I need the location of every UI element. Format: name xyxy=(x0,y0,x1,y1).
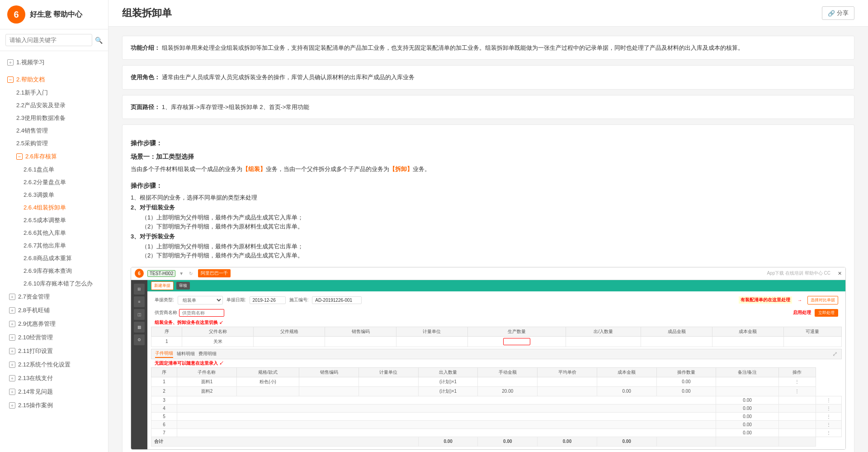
sidebar-item-ledger-fix[interactable]: 2.6.10库存账本错了怎么办 xyxy=(0,277,108,290)
mock-child-tab3: 费用明细 xyxy=(198,351,217,357)
td2-child-name: 面料1 xyxy=(177,377,237,386)
sidebar-item-other-in[interactable]: 2.6.6其他入库单 xyxy=(0,227,108,239)
sidebar-item-purchase[interactable]: 2.5采购管理 xyxy=(0,137,108,150)
table-footer: 合计 0.00 0.00 0.00 0.00 xyxy=(151,437,842,446)
th-sale-code: 销售编码 xyxy=(325,327,396,336)
sidebar-item-online-pay[interactable]: + 2.13在线支付 xyxy=(0,371,108,385)
sidebar-item-beginner[interactable]: 2.1新手入门 xyxy=(0,86,108,99)
share-button[interactable]: 🔗 分享 xyxy=(822,6,854,20)
td2-ops-qty: 0.00 xyxy=(716,412,779,420)
scene1-desc: 当由多个子件材料组装成一个成品的业务为【组装】业务，当由一个父件拆分成多个子产品… xyxy=(131,164,846,174)
mock-child-table-wrapper: 序 子件名称 规格/款式 销售编码 计量单位 出入数量 手动金额 xyxy=(151,367,842,447)
td2-remark xyxy=(778,412,816,420)
sidebar-item-inventory[interactable]: − 2.6库存核算 xyxy=(0,150,108,163)
sidebar-item-help-docs[interactable]: − 2.帮助文档 xyxy=(0,73,108,86)
table-row: 5 0.00 ⋮ xyxy=(151,412,842,420)
mock-new-btn[interactable]: 新建单据 xyxy=(151,281,174,290)
table-row: 1 面料1 粉色(小) (计划)×1 xyxy=(151,377,842,386)
screenshot-mockup: 6 TEST-H002 ▼ ↻ 阿里巴巴一千 App下载 在线培训 帮助中心 C… xyxy=(131,267,846,450)
mock-settings-icon[interactable]: ⚙ xyxy=(134,334,145,345)
mock-order-icon[interactable]: ≡ xyxy=(134,296,145,307)
mock-supplier-input[interactable] xyxy=(179,309,224,317)
coupon-expand-icon: + xyxy=(9,321,15,327)
td2-spec xyxy=(236,386,299,396)
sidebar-item-print[interactable]: + 2.11打印设置 xyxy=(0,344,108,358)
sidebar: 6 好生意 帮助中心 🔍 + 1.视频学习 − 2.帮助文档 2.1新手入门 2… xyxy=(0,0,108,452)
mock-form-row2: 供货商名称 启用处理 立即处理 xyxy=(151,307,842,319)
th-cost-amount: 成本金额 xyxy=(712,327,784,336)
td2-ops: ⋮ xyxy=(816,412,841,420)
mock-code-input[interactable] xyxy=(312,296,362,304)
inventory-subitems: 2.6.1盘点单 2.6.2分量盘点单 2.6.3调拨单 2.6.4组装拆卸单 … xyxy=(0,163,108,290)
mock-report-icon[interactable]: ▦ xyxy=(134,322,145,333)
mock-row-ops-icon[interactable]: ⋮ xyxy=(826,422,831,427)
mock-audit-btn[interactable]: 审核 xyxy=(176,282,190,290)
td2-ops: ⋮ xyxy=(816,428,841,437)
td-unit xyxy=(396,336,467,347)
td-seq: 1 xyxy=(151,336,182,347)
sidebar-item-finance[interactable]: + 2.7资金管理 xyxy=(0,290,108,304)
sidebar-item-sales[interactable]: 2.4销售管理 xyxy=(0,124,108,137)
th-product-amount: 成品金额 xyxy=(641,327,712,336)
td2-sale-code xyxy=(299,377,359,386)
sidebar-item-transfer[interactable]: 2.6.3调拨单 xyxy=(0,189,108,201)
search-input[interactable] xyxy=(5,34,92,46)
mock-home-icon[interactable]: ⊞ xyxy=(134,284,145,295)
mock-qty-input[interactable] xyxy=(503,338,530,345)
tf-ops xyxy=(778,437,816,446)
inventory-collapse-icon: − xyxy=(16,153,23,160)
sidebar-item-faq[interactable]: + 2.14常见问题 xyxy=(0,385,108,399)
mock-confirm-btn[interactable]: 立即处理 xyxy=(815,309,838,317)
mock-expand-icon[interactable]: ⤢ xyxy=(832,350,838,357)
sidebar-item-customization[interactable]: + 2.12系统个性化设置 xyxy=(0,358,108,371)
sidebar-item-other-out[interactable]: 2.6.7其他出库单 xyxy=(0,239,108,252)
mock-row-ops-icon[interactable]: ⋮ xyxy=(826,406,831,411)
mock-type-select[interactable]: 组装单 拆卸单 xyxy=(178,296,223,305)
mock-row-ops-icon[interactable]: ⋮ xyxy=(826,398,831,403)
main-content: 功能介绍： 组装拆卸单用来处理企业组装或拆卸等加工业务，支持有固定装配清单的产品… xyxy=(108,27,868,452)
search-icon[interactable]: 🔍 xyxy=(95,37,103,44)
sidebar-item-video-learning[interactable]: + 1.视频学习 xyxy=(0,56,108,69)
td2-cost-amt xyxy=(597,377,656,386)
mock-child-tab2: 辅料明细 xyxy=(177,351,195,357)
mock-close-icon[interactable]: ✕ xyxy=(838,271,842,276)
th2-ops: 操作 xyxy=(778,367,816,377)
sidebar-item-install[interactable]: 2.2产品安装及登录 xyxy=(0,99,108,112)
mock-row-ops-icon[interactable]: ⋮ xyxy=(826,414,831,419)
sidebar-item-cost-adjust[interactable]: 2.6.5成本调整单 xyxy=(0,214,108,227)
sidebar-item-mobile[interactable]: + 2.8手机旺铺 xyxy=(0,304,108,317)
mock-product-icon[interactable]: ◫ xyxy=(134,309,145,320)
mock-topbar: 6 TEST-H002 ▼ ↻ 阿里巴巴一千 App下载 在线培训 帮助中心 C… xyxy=(131,267,845,280)
mock-date-input[interactable] xyxy=(250,296,286,304)
sidebar-item-ops[interactable]: + 2.10经营管理 xyxy=(0,331,108,344)
sidebar-item-partial-count[interactable]: 2.6.2分量盘点单 xyxy=(0,176,108,189)
mock-row-ops-icon[interactable]: ⋮ xyxy=(826,430,831,435)
mock-code-label: 施工编号: xyxy=(289,297,309,303)
td-parent-name: 关米 xyxy=(182,336,254,347)
path-text: 1、库存核算->库存管理->组装拆卸单 2、首页->常用功能 xyxy=(162,104,310,110)
mock-row-ops-icon[interactable]: ⋮ xyxy=(795,389,799,394)
th-qty: 生产数量 xyxy=(467,327,566,336)
sidebar-item-assembly[interactable]: 2.6.4组装拆卸单 xyxy=(0,201,108,214)
nav-section-1: + 1.视频学习 xyxy=(0,54,108,71)
td2-ops: ⋮ xyxy=(778,386,816,396)
td2-ops-qty: 0.00 xyxy=(716,404,779,412)
mock-btn-alibaba[interactable]: 阿里巴巴一千 xyxy=(198,269,231,277)
sidebar-item-data-prep[interactable]: 2.3使用前数据准备 xyxy=(0,112,108,124)
mock-compare-btn[interactable]: 选择对比单据 xyxy=(807,296,838,305)
td2-manual-amt: 20.00 xyxy=(478,386,538,396)
td2-remark xyxy=(778,420,816,428)
ops-expand-icon: + xyxy=(9,334,15,341)
sidebar-item-stock-count[interactable]: 2.6.1盘点单 xyxy=(0,163,108,176)
collapse-icon: − xyxy=(7,76,14,83)
sidebar-item-cost-recalc[interactable]: 2.6.8商品成本重算 xyxy=(0,252,108,265)
annotation-arrow1: → xyxy=(797,298,802,303)
scene1-title: 场景一：加工类型选择 xyxy=(131,153,846,161)
mock-row-ops-icon[interactable]: ⋮ xyxy=(795,379,799,384)
sidebar-item-ledger-query[interactable]: 2.6.9库存账本查询 xyxy=(0,265,108,277)
td2-avg-price xyxy=(538,377,597,386)
sidebar-item-coupon[interactable]: + 2.9优惠券管理 xyxy=(0,317,108,331)
td2-remark xyxy=(716,377,779,386)
cases-expand-icon: + xyxy=(9,402,15,409)
sidebar-item-cases[interactable]: + 2.15操作案例 xyxy=(0,399,108,412)
